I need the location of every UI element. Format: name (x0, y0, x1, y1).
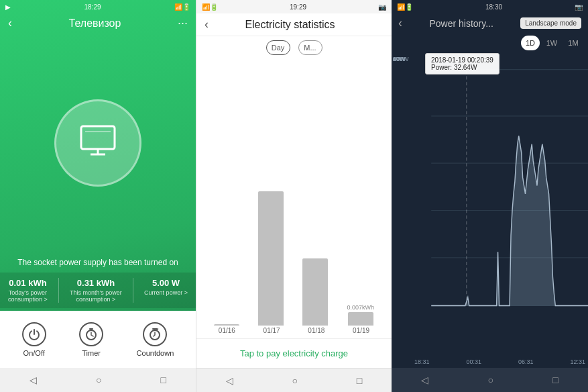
bar-chart: 0.007kWh (202, 59, 386, 326)
bar-0116 (214, 324, 239, 326)
tab-day[interactable]: Day (266, 40, 290, 55)
statusbar-extra-2: 📷 (378, 3, 386, 11)
stat-current[interactable]: 5.00 W Current power > (144, 278, 188, 303)
panel-power-history: 📶🔋 18:30 📷 ‹ Power history... Landscape … (392, 0, 588, 392)
more-options-button[interactable]: ··· (178, 16, 188, 30)
period-1d[interactable]: 1D (521, 36, 540, 50)
stat-current-value: 5.00 W (144, 278, 188, 288)
countdown-button[interactable]: Countdown (137, 322, 174, 357)
tooltip-line1: 2018-01-19 00:20:39 (431, 56, 493, 64)
chart-svg (392, 53, 588, 368)
bar-0119-kwh: 0.007kWh (347, 304, 374, 311)
statusbar-icons-1: 📶🔋 (174, 3, 190, 11)
statusbar-1: ▶ 18:29 📶🔋 (0, 0, 196, 13)
stat-current-label: Current power > (144, 289, 188, 296)
nav-back-3[interactable]: ◁ (413, 372, 436, 388)
tv-icon (80, 125, 116, 161)
device-title: Телевизор (69, 17, 121, 30)
statusbar-time-1: 18:29 (84, 3, 101, 11)
nav-recent-3[interactable]: □ (544, 372, 566, 388)
date-0116: 01/16 (219, 327, 235, 334)
svg-rect-0 (81, 126, 115, 149)
device-status-text: The socket power supply has been turned … (0, 252, 196, 273)
x-label-0031: 00:31 (466, 358, 481, 365)
date-0119: 01/19 (353, 327, 369, 334)
stat-today-value: 0.01 kWh (8, 278, 48, 288)
y-0w: 0W (393, 56, 402, 62)
date-0118: 01/18 (308, 327, 325, 334)
stat-month-value: 0.31 kWh (70, 278, 122, 288)
panel3-header: ‹ Power history... Landscape mode (392, 13, 588, 33)
stat-today[interactable]: 0.01 kWh Today's powerconsumption > (8, 278, 48, 303)
electricity-title: Electricity statistics (209, 19, 371, 31)
nav-home-1[interactable]: ○ (88, 372, 109, 388)
bar-0117 (258, 191, 284, 326)
power-history-title: Power history... (429, 18, 493, 29)
panel2-header: ‹ Electricity statistics (196, 13, 392, 36)
stat-divider-2 (133, 278, 133, 303)
statusbar-icons-2: 📶🔋 (202, 3, 218, 11)
nav-home-3[interactable]: ○ (480, 372, 502, 388)
tv-circle (54, 99, 141, 187)
bar-col-0118 (302, 258, 328, 326)
line-chart-wrapper: 2018-01-19 00:20:39 Power: 32.64W 100W 8… (392, 53, 588, 368)
x-label-1231: 12:31 (570, 358, 585, 365)
stats-row: 0.01 kWh Today's powerconsumption > 0.31… (0, 273, 196, 308)
back-button-1[interactable]: ‹ (8, 16, 12, 30)
x-axis: 18:31 00:31 06:31 12:31 (412, 358, 588, 365)
bar-0118 (302, 258, 328, 326)
chart-tooltip: 2018-01-19 00:20:39 Power: 32.64W (425, 53, 499, 75)
nav-home-2[interactable]: ○ (284, 373, 306, 389)
period-1w[interactable]: 1W (542, 36, 561, 50)
period-tabs-3: 1D 1W 1M (392, 33, 588, 53)
timer-label: Timer (82, 349, 101, 357)
stat-divider-1 (58, 278, 59, 303)
tooltip-line2: Power: 32.64W (431, 64, 493, 71)
stat-today-label: Today's powerconsumption > (8, 289, 48, 303)
panel-device-control: ▶ 18:29 📶🔋 ‹ Телевизор ··· The socket po… (0, 0, 196, 392)
statusbar-extra-3: 📷 (575, 3, 583, 11)
panel-electricity-stats: 📶🔋 19:29 📷 ‹ Electricity statistics Day … (196, 0, 392, 392)
x-label-0631: 06:31 (518, 358, 534, 365)
statusbar-time-3: 18:30 (485, 3, 502, 11)
statusbar-time-2: 19:29 (290, 3, 306, 11)
nav-bar-3: ◁ ○ □ (392, 368, 588, 392)
nav-recent-2[interactable]: □ (349, 373, 370, 389)
bar-col-0117 (258, 191, 284, 326)
timer-icon (79, 322, 103, 346)
pay-electricity-button[interactable]: Tap to pay electricity charge (196, 338, 392, 368)
bar-col-0119: 0.007kWh (347, 304, 374, 326)
nav-back-2[interactable]: ◁ (218, 373, 241, 389)
bar-chart-area: 0.007kWh 01/16 01/17 01/18 01/19 (196, 59, 392, 338)
panel1-header: ‹ Телевизор ··· (0, 13, 196, 33)
nav-back-1[interactable]: ◁ (21, 372, 45, 388)
bar-col-0116 (214, 324, 239, 326)
statusbar-3: 📶🔋 18:30 📷 (392, 0, 588, 13)
onoff-label: On/Off (23, 349, 45, 357)
tab-month[interactable]: M... (298, 40, 322, 55)
period-1m[interactable]: 1M (564, 36, 583, 50)
onoff-icon (22, 322, 46, 346)
statusbar-left-icon: ▶ (5, 3, 11, 11)
control-buttons-row: On/Off Timer Countdown (0, 311, 196, 368)
timer-button[interactable]: Timer (79, 322, 103, 357)
x-label-1831: 18:31 (414, 358, 430, 365)
bar-0119 (348, 312, 373, 326)
chart-dates: 01/16 01/17 01/18 01/19 (202, 326, 386, 336)
stat-month-label: This month's powerconsumption > (70, 289, 122, 303)
countdown-label: Countdown (137, 349, 174, 357)
device-icon-area (0, 33, 196, 252)
landscape-mode-button[interactable]: Landscape mode (520, 17, 581, 29)
onoff-button[interactable]: On/Off (22, 322, 46, 357)
statusbar-2: 📶🔋 19:29 📷 (196, 0, 392, 13)
statusbar-icons-3: 📶🔋 (397, 3, 413, 11)
nav-recent-1[interactable]: □ (153, 372, 174, 388)
back-button-3[interactable]: ‹ (398, 16, 402, 30)
nav-bar-2: ◁ ○ □ (196, 368, 392, 392)
countdown-icon (143, 322, 167, 346)
date-0117: 01/17 (263, 327, 280, 334)
stat-month[interactable]: 0.31 kWh This month's powerconsumption > (70, 278, 122, 303)
period-tabs-2: Day M... (196, 36, 392, 59)
nav-bar-1: ◁ ○ □ (0, 368, 196, 392)
